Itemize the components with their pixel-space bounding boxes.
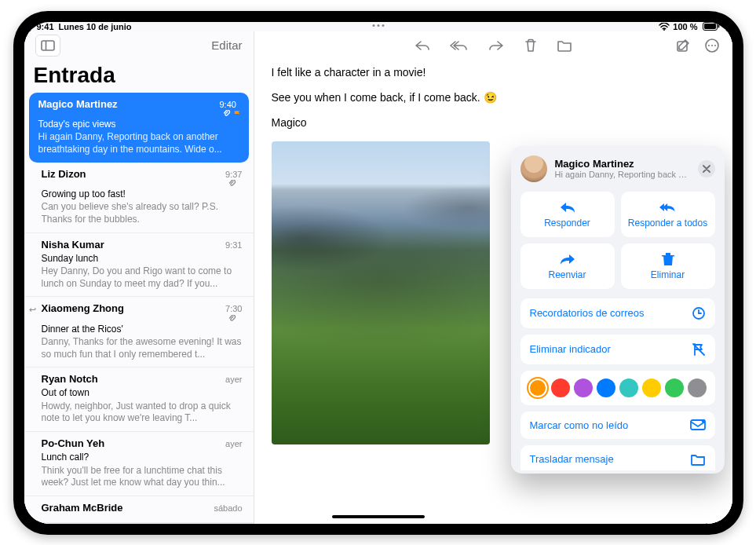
- message-from: Xiaomeng Zhong: [42, 302, 124, 316]
- flag-color-swatch[interactable]: [619, 379, 638, 397]
- message-time: ayer: [225, 438, 242, 449]
- reply-all-button[interactable]: Responder a todos: [621, 192, 715, 237]
- avatar[interactable]: [520, 155, 547, 182]
- message-subject: Today's epic views: [38, 119, 241, 131]
- message-from: Graham McBride: [42, 502, 123, 515]
- sidebar-title: Entrada: [34, 63, 244, 88]
- message-time: 9:31: [225, 240, 242, 251]
- svg-rect-4: [42, 41, 54, 50]
- reply-icon[interactable]: [414, 39, 431, 52]
- flag-color-swatch[interactable]: [574, 379, 593, 397]
- message-preview: Can you believe she's already so tall? P…: [42, 201, 243, 225]
- message-row[interactable]: Magico Martinez9:40Today's epic viewsHi …: [29, 93, 249, 163]
- wifi-icon: [659, 23, 670, 31]
- flag-color-swatch[interactable]: [642, 379, 661, 397]
- message-from: Magico Martinez: [38, 98, 118, 112]
- screen: 9:41 Lunes 10 de junio 100 %: [24, 22, 732, 524]
- message-list[interactable]: Magico Martinez9:40Today's epic viewsHi …: [24, 93, 254, 523]
- remind-me-button[interactable]: Recordatorios de correos: [520, 298, 715, 328]
- reply-popover: Magico Martinez Hi again Danny, Reportin…: [511, 146, 725, 474]
- flag-icon: [233, 110, 241, 118]
- flag-color-swatch[interactable]: [528, 379, 547, 397]
- flag-color-swatch[interactable]: [551, 379, 570, 397]
- wink-emoji: 😉: [484, 91, 497, 104]
- trash-icon[interactable]: [524, 38, 538, 53]
- inbox-sidebar: Editar Entrada Magico Martinez9:40Today'…: [24, 31, 254, 524]
- message-preview: Danny, Thanks for the awesome evening! I…: [42, 336, 243, 360]
- flag-color-swatch[interactable]: [665, 379, 684, 397]
- clear-flag-button[interactable]: Eliminar indicador: [520, 335, 715, 364]
- message-from: Liz Dizon: [42, 168, 86, 181]
- svg-point-14: [708, 45, 710, 46]
- multitask-dots-icon[interactable]: [372, 24, 384, 27]
- battery-icon: [701, 22, 720, 31]
- svg-point-0: [663, 29, 665, 31]
- message-row[interactable]: Ryan NotchayerOut of townHowdy, neighbor…: [24, 368, 254, 432]
- move-message-button[interactable]: Trasladar mensaje: [520, 445, 715, 470]
- message-subject: Dinner at the Ricos': [42, 324, 243, 336]
- message-from: Ryan Notch: [42, 373, 98, 386]
- status-time: 9:41: [37, 22, 54, 31]
- mail-line: I felt like a character in a movie!: [272, 66, 715, 79]
- svg-point-16: [714, 45, 716, 46]
- message-row[interactable]: Graham McBridesábado: [24, 496, 254, 523]
- compose-icon[interactable]: [676, 38, 690, 53]
- reply-all-icon[interactable]: [450, 39, 469, 52]
- forward-button[interactable]: Reenviar: [520, 243, 615, 289]
- svg-rect-3: [718, 25, 719, 28]
- message-row[interactable]: Liz Dizon9:37Growing up too fast!Can you…: [24, 163, 254, 233]
- flag-color-swatch[interactable]: [688, 379, 707, 397]
- mail-toolbar: [254, 31, 732, 60]
- mail-attachment-photo[interactable]: [272, 141, 490, 444]
- flag-color-swatch[interactable]: [597, 379, 615, 397]
- message-preview: Hey Danny, Do you and Rigo want to come …: [42, 265, 243, 290]
- mail-signature: Magico: [272, 116, 715, 129]
- paperclip-icon: [228, 180, 236, 188]
- message-time: 9:40: [220, 99, 241, 118]
- message-time: ayer: [225, 374, 242, 385]
- message-preview: Howdy, neighbor, Just wanted to drop a q…: [42, 401, 243, 425]
- message-subject: Lunch call?: [42, 452, 243, 464]
- message-from: Po-Chun Yeh: [42, 437, 105, 451]
- battery-percent: 100 %: [673, 22, 697, 31]
- message-subject: Out of town: [42, 387, 243, 400]
- message-preview: Hi again Danny, Reporting back on anothe…: [38, 131, 241, 155]
- message-time: sábado: [214, 503, 242, 514]
- edit-button[interactable]: Editar: [211, 38, 242, 52]
- message-time: 7:30: [225, 303, 242, 322]
- status-date: Lunes 10 de junio: [59, 22, 132, 31]
- svg-point-15: [711, 45, 713, 46]
- message-time: 9:37: [225, 169, 242, 188]
- sidebar-toggle-button[interactable]: [35, 35, 60, 57]
- mark-unread-button[interactable]: Marcar como no leído: [520, 411, 715, 439]
- reply-button[interactable]: Responder: [520, 192, 615, 237]
- paperclip-icon: [228, 315, 236, 323]
- message-from: Nisha Kumar: [42, 239, 104, 252]
- message-subject: Growing up too fast!: [42, 188, 243, 201]
- close-icon[interactable]: [698, 160, 715, 177]
- svg-rect-2: [704, 24, 716, 29]
- forward-icon[interactable]: [488, 39, 505, 52]
- home-indicator[interactable]: [332, 515, 425, 518]
- folder-icon[interactable]: [557, 39, 572, 52]
- message-preview: Think you'll be free for a lunchtime cha…: [42, 465, 243, 489]
- delete-button[interactable]: Eliminar: [621, 243, 715, 289]
- flag-color-row: [520, 371, 715, 405]
- message-row[interactable]: ↩Xiaomeng Zhong7:30Dinner at the Ricos'D…: [24, 297, 254, 368]
- paperclip-icon: [223, 110, 231, 118]
- popover-snippet: Hi again Danny, Reporting back o...: [555, 170, 688, 179]
- quick-reply-icon[interactable]: [699, 521, 717, 524]
- message-row[interactable]: Po-Chun YehayerLunch call?Think you'll b…: [24, 432, 254, 496]
- ipad-frame: 9:41 Lunes 10 de junio 100 %: [13, 11, 743, 535]
- mail-line: See you when I come back, if I come back…: [272, 91, 715, 104]
- more-icon[interactable]: [704, 38, 720, 53]
- message-subject: Sunday lunch: [42, 253, 243, 265]
- message-row[interactable]: Nisha Kumar9:31Sunday lunchHey Danny, Do…: [24, 233, 254, 298]
- popover-sender-name: Magico Martinez: [555, 158, 688, 170]
- status-bar: 9:41 Lunes 10 de junio 100 %: [24, 22, 732, 31]
- replied-icon: ↩: [29, 304, 36, 315]
